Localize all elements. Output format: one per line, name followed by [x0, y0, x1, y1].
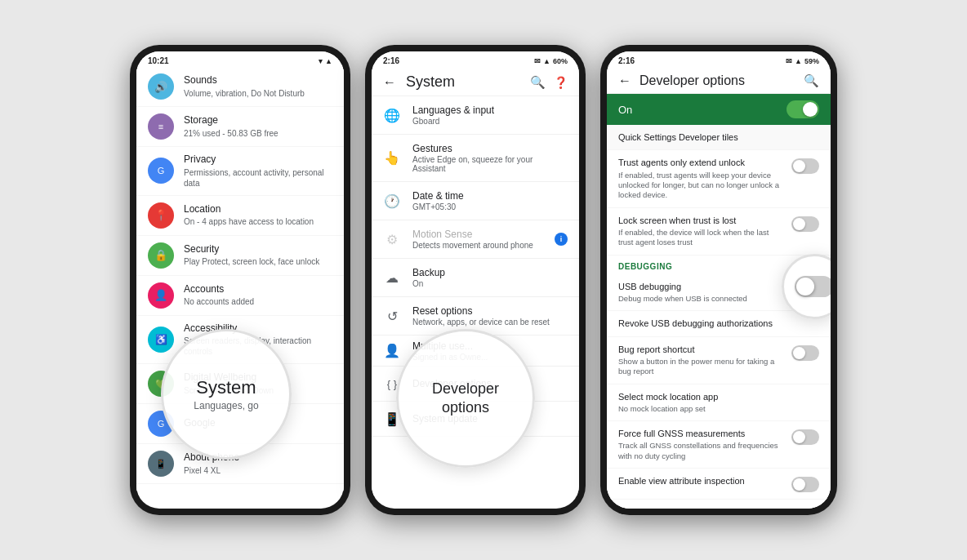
time-3: 2:16: [618, 56, 635, 65]
accessibility-icon: ♿: [148, 327, 174, 353]
setting-location[interactable]: 📍 Location On - 4 apps have access to lo…: [136, 196, 344, 236]
dev-view-attr[interactable]: Enable view attribute inspection: [607, 469, 831, 500]
location-icon: 📍: [148, 202, 174, 229]
status-bar-3: 2:16 ✉ ▲ 59%: [607, 51, 831, 67]
setting-tips[interactable]: ? Tips & support Help articles, phone & …: [136, 484, 344, 491]
backup-subtitle: On: [412, 279, 568, 288]
bug-report-subtitle: Show a button in the power menu for taki…: [618, 357, 785, 377]
languages-subtitle: Gboard: [412, 117, 568, 126]
datetime-subtitle: GMT+05:30: [412, 202, 568, 211]
on-bar: On: [607, 94, 831, 125]
phone-1-screen: 10:21 ▾ ▲ 🔊 Sounds Volume, vibration, Do…: [136, 51, 344, 509]
dev-options-content: Quick Settings Developer tiles Trust age…: [607, 125, 831, 509]
dev-trust-agents[interactable]: Trust agents only extend unlock If enabl…: [607, 150, 831, 207]
privacy-title: Privacy: [184, 153, 332, 167]
accounts-icon: 👤: [148, 282, 174, 309]
datetime-title: Date & time: [412, 190, 568, 202]
status-icons-3: ✉ ▲ 59%: [786, 57, 819, 65]
gestures-icon: 👆: [383, 149, 401, 167]
circle-system: System Languages, go: [161, 329, 292, 460]
signal-2-icon: ▲: [543, 57, 550, 65]
status-bar-2: 2:16 ✉ ▲ 60%: [372, 51, 579, 67]
dev-revoke-usb[interactable]: Revoke USB debugging authorizations: [607, 311, 831, 336]
time-2: 2:16: [383, 56, 399, 65]
view-attr-toggle[interactable]: [791, 477, 819, 492]
quick-settings-title: Quick Settings Developer tiles: [618, 131, 819, 143]
status-icons-1: ▾ ▲: [319, 57, 332, 65]
backup-title: Backup: [412, 267, 568, 278]
languages-title: Languages & input: [412, 104, 568, 116]
lock-screen-subtitle: If enabled, the device will lock when th…: [618, 228, 785, 248]
phone-3-frame: 2:16 ✉ ▲ 59% ← Developer options 🔍 On: [600, 45, 837, 515]
signal-3-icon: ▲: [795, 57, 802, 65]
dev-lock-screen[interactable]: Lock screen when trust is lost If enable…: [607, 208, 831, 256]
gestures-subtitle: Active Edge on, squeeze for your Assista…: [412, 155, 568, 173]
accounts-title: Accounts: [184, 283, 332, 296]
setting-storage[interactable]: ≡ Storage 21% used - 50.83 GB free: [136, 107, 344, 147]
dev-debug-app[interactable]: Select debug app: [607, 500, 831, 509]
mock-location-title: Select mock location app: [618, 391, 819, 402]
on-label: On: [618, 104, 632, 116]
dev-gnss[interactable]: Force full GNSS measurements Track all G…: [607, 421, 831, 469]
bug-report-toggle[interactable]: [791, 345, 819, 361]
phone-2-screen: 2:16 ✉ ▲ 60% ← System 🔍 ❓ 🌐: [372, 51, 579, 509]
system-backup[interactable]: ☁ Backup On: [372, 259, 579, 297]
bug-report-title: Bug report shortcut: [618, 344, 785, 355]
revoke-usb-title: Revoke USB debugging authorizations: [618, 318, 819, 329]
setting-accounts[interactable]: 👤 Accounts No accounts added: [136, 276, 344, 316]
security-subtitle: Play Protect, screen lock, face unlock: [184, 256, 332, 267]
phone-3-screen: 2:16 ✉ ▲ 59% ← Developer options 🔍 On: [607, 51, 831, 509]
search-icon-3[interactable]: 🔍: [804, 73, 819, 88]
trust-agents-title: Trust agents only extend unlock: [618, 157, 785, 168]
dev-mock-location[interactable]: Select mock location app No mock locatio…: [607, 384, 831, 422]
sounds-subtitle: Volume, vibration, Do Not Disturb: [184, 88, 332, 99]
msg-icon-3: ✉: [786, 57, 792, 65]
security-title: Security: [184, 243, 332, 256]
circle-sub-text: Languages, go: [194, 400, 258, 413]
on-toggle[interactable]: [787, 100, 819, 118]
dev-header: ← Developer options 🔍: [607, 67, 831, 94]
phone-3: 2:16 ✉ ▲ 59% ← Developer options 🔍 On: [600, 45, 837, 515]
sounds-icon: 🔊: [148, 73, 174, 100]
dev-bug-report[interactable]: Bug report shortcut Show a button in the…: [607, 337, 831, 384]
circle-main-text: System: [196, 376, 256, 400]
system-motion-sense[interactable]: ⚙ Motion Sense Detects movement around p…: [372, 220, 579, 259]
datetime-icon: 🕐: [383, 192, 401, 210]
trust-agents-toggle[interactable]: [791, 158, 819, 174]
storage-title: Storage: [184, 114, 332, 127]
msg-icon: ✉: [534, 57, 541, 65]
back-button-2[interactable]: ←: [383, 75, 396, 90]
reset-title: Reset options: [412, 305, 568, 317]
usb-debugging-subtitle: Debug mode when USB is connected: [618, 294, 785, 304]
backup-icon: ☁: [383, 269, 401, 287]
sounds-title: Sounds: [184, 74, 332, 87]
privacy-icon: G: [148, 158, 174, 184]
phone-1-frame: 10:21 ▾ ▲ 🔊 Sounds Volume, vibration, Do…: [130, 45, 350, 515]
security-icon: 🔒: [148, 242, 174, 269]
lock-screen-title: Lock screen when trust is lost: [618, 215, 785, 226]
dev-quick-settings[interactable]: Quick Settings Developer tiles: [607, 125, 831, 150]
setting-security[interactable]: 🔒 Security Play Protect, screen lock, fa…: [136, 236, 344, 276]
reset-subtitle: Network, apps, or device can be reset: [412, 318, 568, 327]
tips-title: Tips & support: [184, 491, 332, 491]
system-header: ← System 🔍 ❓: [372, 67, 579, 96]
status-bar-1: 10:21 ▾ ▲: [136, 51, 344, 67]
gnss-title: Force full GNSS measurements: [618, 428, 785, 439]
setting-sounds[interactable]: 🔊 Sounds Volume, vibration, Do Not Distu…: [136, 67, 344, 107]
users-icon: 👤: [383, 342, 401, 360]
system-languages[interactable]: 🌐 Languages & input Gboard: [372, 96, 579, 135]
setting-privacy[interactable]: G Privacy Permissions, account activity,…: [136, 147, 344, 196]
system-gestures[interactable]: 👆 Gestures Active Edge on, squeeze for y…: [372, 135, 579, 182]
dev-usb-debugging[interactable]: USB debugging Debug mode when USB is con…: [607, 274, 831, 312]
circle-developer: Developer options: [396, 329, 535, 468]
storage-subtitle: 21% used - 50.83 GB free: [184, 128, 332, 139]
system-datetime[interactable]: 🕐 Date & time GMT+05:30: [372, 182, 579, 220]
accounts-subtitle: No accounts added: [184, 296, 332, 307]
lock-screen-toggle[interactable]: [791, 216, 819, 232]
usb-toggle-large[interactable]: [795, 276, 831, 297]
gnss-toggle[interactable]: [791, 429, 819, 445]
search-icon-2[interactable]: 🔍: [530, 75, 546, 90]
view-attr-title: Enable view attribute inspection: [618, 475, 785, 487]
help-icon-2[interactable]: ❓: [554, 76, 568, 89]
back-button-3[interactable]: ←: [618, 73, 631, 88]
